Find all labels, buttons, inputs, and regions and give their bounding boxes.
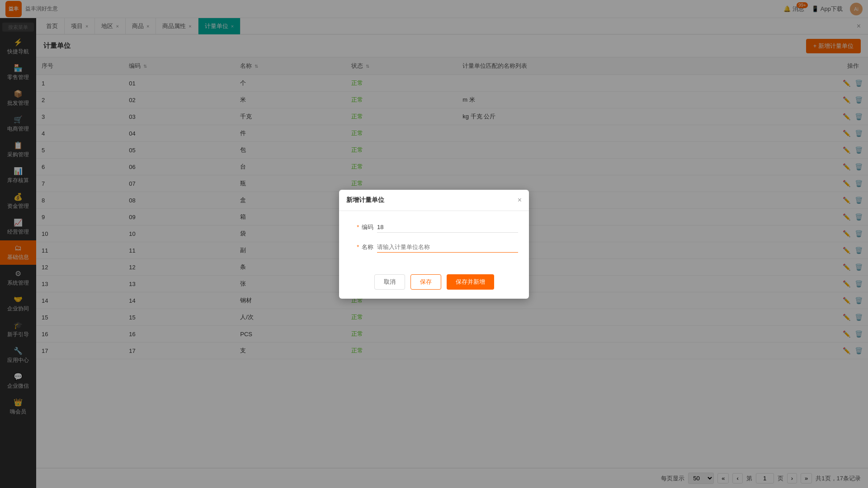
name-input[interactable] bbox=[377, 242, 518, 253]
form-row-name: * 名称 bbox=[350, 242, 518, 253]
form-row-code: * 编码 bbox=[350, 222, 518, 233]
modal-footer: 取消 保存 保存并新增 bbox=[339, 269, 529, 299]
code-label-text: 编码 bbox=[362, 224, 373, 230]
modal-body: * 编码 * 名称 bbox=[339, 211, 529, 269]
save-and-new-button[interactable]: 保存并新增 bbox=[447, 274, 494, 290]
code-required: * bbox=[357, 224, 359, 230]
name-required: * bbox=[357, 244, 359, 250]
add-unit-modal: 新增计量单位 × * 编码 * 名称 取消 保存 保存并新增 bbox=[339, 190, 529, 299]
modal-title: 新增计量单位 bbox=[346, 196, 384, 204]
modal-overlay: 新增计量单位 × * 编码 * 名称 取消 保存 保存并新增 bbox=[0, 0, 868, 488]
modal-close-button[interactable]: × bbox=[518, 196, 522, 204]
name-label-text: 名称 bbox=[362, 244, 373, 250]
code-label: * 编码 bbox=[350, 223, 377, 231]
code-input[interactable] bbox=[377, 222, 518, 233]
save-button[interactable]: 保存 bbox=[410, 274, 441, 290]
cancel-button[interactable]: 取消 bbox=[374, 274, 405, 290]
name-label: * 名称 bbox=[350, 243, 377, 251]
modal-header: 新增计量单位 × bbox=[339, 190, 529, 211]
